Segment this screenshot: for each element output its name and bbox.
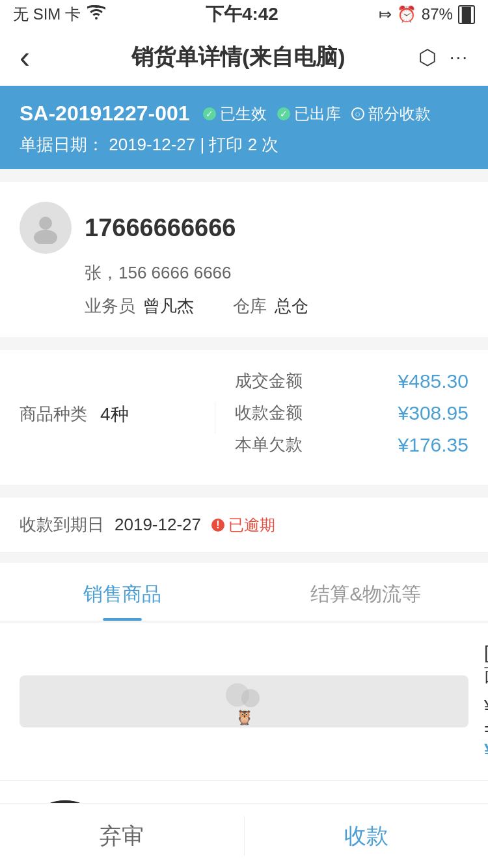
order-status-tags: ✓ 已生效 ✓ 已出库 ○ 部分收款 [203, 103, 431, 124]
product-name-bread: [0000002]面包 [484, 642, 488, 688]
check-icon-1: ✓ [203, 107, 216, 120]
deal-label: 成交金额 [235, 370, 303, 392]
svg-point-3 [241, 689, 260, 707]
cancel-button[interactable]: 弃审 [0, 808, 244, 864]
tab-settlement-logistics[interactable]: 结算&物流等 [244, 563, 488, 621]
warehouse-label: 仓库 [233, 295, 267, 318]
status-shipped: ✓ 已出库 [277, 103, 341, 124]
overdue-badge: ! 已逾期 [211, 515, 275, 536]
sales-rep: 业务员 曾凡杰 [85, 295, 194, 318]
debt-amount-row: 本单欠款 ¥176.35 [235, 433, 468, 456]
due-label: 收款到期日 [20, 513, 104, 536]
svg-point-1 [34, 230, 57, 244]
order-id-row: SA-20191227-001 ✓ 已生效 ✓ 已出库 ○ 部分收款 [20, 102, 468, 126]
sim-status: 无 SIM 卡 [13, 4, 81, 25]
wifi-icon [87, 5, 105, 23]
check-icon-2: ✓ [277, 107, 290, 120]
received-label: 收款金额 [235, 401, 303, 424]
debt-label: 本单欠款 [235, 433, 303, 456]
type-label: 商品种类 [20, 403, 87, 426]
print-info: | 打印 2 次 [200, 135, 278, 154]
order-id: SA-20191227-001 [20, 102, 190, 126]
product-item-bread: 🦉 [0000002]面包 ¥40 x 5袋 = ¥199.99 [0, 623, 488, 781]
order-date-row: 单据日期： 2019-12-27 | 打印 2 次 [20, 133, 468, 156]
customer-avatar [20, 202, 72, 254]
sales-name: 曾凡杰 [143, 295, 194, 318]
svg-point-0 [39, 217, 52, 230]
svg-text:🦉: 🦉 [236, 709, 254, 726]
warehouse: 仓库 总仓 [233, 295, 308, 318]
tab-sales-products[interactable]: 销售商品 [0, 563, 244, 621]
customer-row: 17666666666 [20, 202, 468, 254]
bottom-bar: 弃审 收款 [0, 803, 488, 868]
tabs-row: 销售商品 结算&物流等 [0, 563, 488, 621]
battery-percent: 87% [422, 5, 453, 23]
alarm-icon: ⏰ [397, 5, 416, 23]
order-header: SA-20191227-001 ✓ 已生效 ✓ 已出库 ○ 部分收款 单据日期：… [0, 86, 488, 169]
page-title: 销货单详情(来自电脑) [59, 42, 418, 72]
nav-bar: ‹ 销货单详情(来自电脑) ⬡ ··· [0, 29, 488, 86]
stats-section: 商品种类 4种 成交金额 ¥485.30 收款金额 ¥308.95 本单欠款 ¥… [0, 350, 488, 485]
status-activated: ✓ 已生效 [203, 103, 267, 124]
nav-actions: ⬡ ··· [418, 45, 468, 70]
overdue-text: 已逾期 [228, 515, 275, 536]
status-bar-right: ⤇ ⏰ 87% █ [379, 5, 475, 24]
received-amount-row: 收款金额 ¥308.95 [235, 401, 468, 424]
date-label: 单据日期： [20, 135, 104, 154]
product-thumb-bread: 🦉 [20, 675, 468, 727]
overdue-icon: ! [211, 519, 224, 532]
customer-contact: 张，156 6666 6666 [20, 262, 468, 284]
customer-section: 17666666666 张，156 6666 6666 业务员 曾凡杰 仓库 总… [0, 182, 488, 337]
status-partial-payment: ○ 部分收款 [351, 103, 431, 124]
customer-name: 17666666666 [85, 214, 236, 242]
type-value: 4种 [100, 402, 129, 427]
battery-icon: █ [458, 5, 475, 24]
status-bar: 无 SIM 卡 下午4:42 ⤇ ⏰ 87% █ [0, 0, 488, 29]
back-button[interactable]: ‹ [20, 39, 59, 75]
product-types-row: 商品种类 4种 [20, 402, 215, 427]
stats-right: 成交金额 ¥485.30 收款金额 ¥308.95 本单欠款 ¥176.35 [215, 370, 468, 465]
deal-amount-row: 成交金额 ¥485.30 [235, 370, 468, 392]
confirm-payment-button[interactable]: 收款 [245, 808, 489, 864]
bread-equals: = [484, 719, 488, 739]
location-icon: ⤇ [379, 5, 392, 23]
bread-total: ¥199.99 [484, 740, 488, 760]
tabs-section: 销售商品 结算&物流等 [0, 563, 488, 621]
bread-price: ¥40 [484, 696, 488, 716]
due-date-section: 收款到期日 2019-12-27 ! 已逾期 [0, 498, 488, 552]
sales-label: 业务员 [85, 295, 135, 318]
customer-meta: 业务员 曾凡杰 仓库 总仓 [20, 295, 468, 318]
received-value: ¥308.95 [398, 402, 468, 424]
time-display: 下午4:42 [206, 2, 278, 27]
clock-icon: ○ [351, 107, 364, 120]
product-price-bread: ¥40 x 5袋 = ¥199.99 [484, 694, 488, 761]
order-date: 2019-12-27 [109, 135, 195, 154]
more-button[interactable]: ··· [450, 47, 468, 68]
deal-value: ¥485.30 [398, 370, 468, 392]
status-bar-left: 无 SIM 卡 [13, 4, 105, 25]
share-button[interactable]: ⬡ [418, 45, 437, 70]
debt-value: ¥176.35 [398, 434, 468, 456]
stats-left: 商品种类 4种 [20, 402, 215, 433]
warehouse-name: 总仓 [275, 295, 308, 318]
due-date-value: 2019-12-27 [115, 515, 201, 535]
product-info-bread: [0000002]面包 ¥40 x 5袋 = ¥199.99 [484, 642, 488, 761]
